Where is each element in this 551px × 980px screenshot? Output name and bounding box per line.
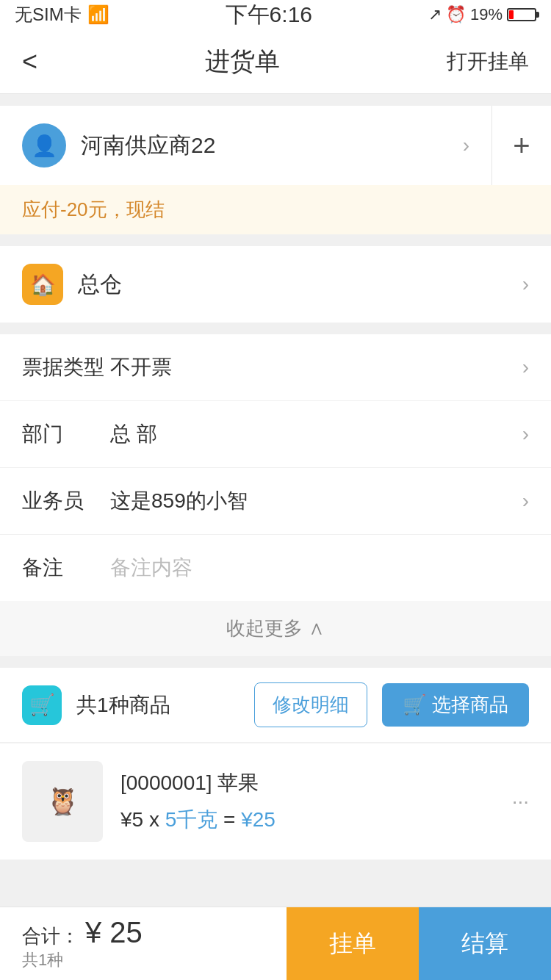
product-name: [0000001] 苹果 xyxy=(120,769,494,797)
collapse-toggle[interactable]: 收起更多 ∧ xyxy=(0,601,551,656)
select-product-icon: 🛒 xyxy=(403,693,426,716)
remark-label: 备注 xyxy=(22,554,110,582)
add-supplier-button[interactable]: + xyxy=(492,106,551,185)
product-qty: 5千克 xyxy=(165,808,218,831)
sales-label: 业务员 xyxy=(22,487,110,515)
battery-percent: 19% xyxy=(470,5,503,24)
product-more-button[interactable]: ··· xyxy=(512,790,529,813)
footer: 合计： ¥ 25 共1种 挂单 结算 xyxy=(0,907,551,980)
price-eq: = xyxy=(223,808,241,831)
product-header: 🛒 共1种商品 修改明细 🛒 选择商品 xyxy=(0,668,551,742)
page-title: 进货单 xyxy=(205,45,280,79)
collapse-label: 收起更多 ∧ xyxy=(226,616,324,641)
product-count-label: 共1种商品 xyxy=(76,691,240,719)
product-total: ¥25 xyxy=(241,808,276,831)
time-label: 下午6:16 xyxy=(226,0,312,30)
dept-value: 总 部 xyxy=(110,420,515,448)
status-right: ↗ ⏰ 19% xyxy=(428,5,536,24)
cart-icon: 🛒 xyxy=(29,693,55,717)
select-product-button[interactable]: 🛒 选择商品 xyxy=(382,683,529,727)
product-item: 🦉 [0000001] 苹果 ¥5 x 5千克 = ¥25 ··· xyxy=(0,743,551,860)
supplier-name: 河南供应商22 xyxy=(81,131,455,161)
home-icon: 🏠 xyxy=(30,273,56,297)
footer-total: 合计： ¥ 25 共1种 xyxy=(0,907,287,980)
dept-label: 部门 xyxy=(22,420,110,448)
open-pending-button[interactable]: 打开挂单 xyxy=(447,48,529,76)
warehouse-icon: 🏠 xyxy=(22,264,63,305)
sales-value: 这是859的小智 xyxy=(110,487,515,515)
warehouse-name: 总仓 xyxy=(78,270,515,300)
warehouse-chevron-icon: › xyxy=(522,273,529,296)
status-left: 无SIM卡 📶 xyxy=(15,3,109,26)
battery-icon xyxy=(507,8,536,21)
warehouse-row[interactable]: 🏠 总仓 › xyxy=(0,246,551,323)
invoice-value: 不开票 xyxy=(110,353,515,381)
supplier-section: 👤 河南供应商22 › + xyxy=(0,106,551,185)
product-thumbnail: 🦉 xyxy=(22,761,103,842)
supplier-avatar-icon: 👤 xyxy=(32,134,57,158)
supplier-avatar: 👤 xyxy=(22,123,66,167)
debt-notice: 应付-20元，现结 xyxy=(0,185,551,234)
total-amount: ¥ 25 xyxy=(85,916,143,949)
nav-bar: < 进货单 打开挂单 xyxy=(0,29,551,94)
total-sub-label: 共1种 xyxy=(22,949,264,971)
salesperson-row[interactable]: 业务员 这是859的小智 › xyxy=(0,468,551,535)
department-row[interactable]: 部门 总 部 › xyxy=(0,401,551,468)
wifi-icon: 📶 xyxy=(87,4,109,25)
dept-chevron-icon: › xyxy=(522,422,529,446)
product-title: 苹果 xyxy=(217,771,259,794)
checkout-button[interactable]: 结算 xyxy=(419,907,551,980)
select-product-label: 选择商品 xyxy=(432,692,508,718)
price-x: x xyxy=(149,808,165,831)
product-code: [0000001] xyxy=(120,771,212,794)
debt-text: 应付-20元，现结 xyxy=(22,198,165,220)
remark-input[interactable]: 备注内容 xyxy=(110,554,529,582)
carrier-label: 无SIM卡 xyxy=(15,3,82,26)
product-info: [0000001] 苹果 ¥5 x 5千克 = ¥25 xyxy=(120,769,494,834)
alarm-icon: ⏰ xyxy=(446,5,466,24)
location-icon: ↗ xyxy=(428,5,442,24)
invoice-chevron-icon: › xyxy=(522,356,529,379)
invoice-label: 票据类型 xyxy=(22,353,110,381)
invoice-type-row[interactable]: 票据类型 不开票 › xyxy=(0,334,551,401)
pending-button[interactable]: 挂单 xyxy=(287,907,419,980)
product-price-row: ¥5 x 5千克 = ¥25 xyxy=(120,806,494,834)
total-label: 合计： xyxy=(22,923,79,949)
sales-chevron-icon: › xyxy=(522,489,529,513)
product-section-icon: 🛒 xyxy=(22,685,62,725)
modify-detail-button[interactable]: 修改明细 xyxy=(254,682,367,727)
back-button[interactable]: < xyxy=(22,46,37,77)
supplier-select-row[interactable]: 👤 河南供应商22 › xyxy=(0,106,492,185)
remark-row[interactable]: 备注 备注内容 xyxy=(0,535,551,601)
unit-price: ¥5 xyxy=(120,808,143,831)
owl-logo-icon: 🦉 xyxy=(46,786,79,817)
form-section: 票据类型 不开票 › 部门 总 部 › 业务员 这是859的小智 › 备注 备注… xyxy=(0,334,551,601)
total-row: 合计： ¥ 25 xyxy=(22,916,264,949)
supplier-chevron-icon: › xyxy=(463,134,469,157)
status-bar: 无SIM卡 📶 下午6:16 ↗ ⏰ 19% xyxy=(0,0,551,29)
